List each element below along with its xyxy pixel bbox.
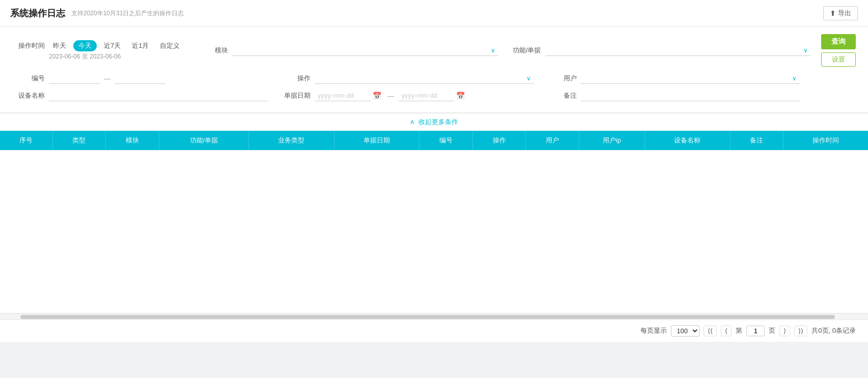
func-chevron-icon: ∨ (803, 47, 808, 54)
num-input-from[interactable] (49, 73, 100, 84)
num-dash: — (104, 75, 110, 82)
num-filter-group: 编号 — (12, 73, 268, 84)
col-num: 编号 (419, 131, 472, 150)
export-icon: ⬆ (830, 9, 836, 17)
time-range-display: 2023-06-06 至 2023-06-06 (49, 53, 121, 60)
device-filter-group: 设备名称 (12, 90, 268, 101)
col-user-ip: 用户ip (579, 131, 645, 150)
time-btn-today[interactable]: 今天 (73, 40, 97, 51)
time-label: 操作时间 (12, 41, 45, 50)
func-label: 功能/单据 (509, 46, 541, 55)
col-user: 用户 (526, 131, 579, 150)
col-op-time: 操作时间 (783, 131, 868, 150)
docdate-label: 单据日期 (278, 91, 311, 100)
remark-input[interactable] (581, 90, 800, 101)
col-device: 设备名称 (645, 131, 730, 150)
pagination-bar: 每页显示 100 50 200 ⟨⟨ ⟨ 第 页 ⟩ ⟩⟩ 共0页, 0条记录 (0, 319, 868, 342)
col-op: 操作 (472, 131, 525, 150)
col-func: 功能/单据 (159, 131, 248, 150)
op-label: 操作 (278, 74, 311, 83)
docdate-to-input[interactable] (398, 90, 454, 101)
module-select[interactable]: ∨ (232, 45, 498, 56)
col-type: 类型 (52, 131, 105, 150)
total-label: 共0页, 0条记录 (811, 326, 856, 335)
op-select[interactable]: ∨ (315, 73, 534, 84)
per-page-select[interactable]: 100 50 200 (671, 325, 699, 337)
scrollbar-area[interactable] (0, 313, 868, 319)
module-chevron-icon: ∨ (491, 47, 495, 54)
table-body (0, 150, 868, 313)
user-filter-group: 用户 ∨ (544, 73, 800, 84)
user-chevron-icon: ∨ (792, 75, 797, 82)
collapse-bar[interactable]: ∧ 收起更多条件 (0, 113, 868, 131)
user-select[interactable]: ∨ (581, 73, 800, 84)
query-button[interactable]: 查询 (821, 34, 856, 49)
calendar-icon-to[interactable]: 📅 (456, 92, 465, 100)
settings-button[interactable]: 设置 (821, 52, 856, 67)
table-header: 序号 类型 模块 功能/单据 业务类型 单据日期 编号 操作 用户 用户ip 设… (0, 131, 868, 150)
time-btn-yesterday[interactable]: 昨天 (49, 40, 70, 51)
filter-row-1: 操作时间 昨天 今天 近7天 近1月 自定义 2023-06-06 至 2023… (12, 34, 856, 67)
col-seq: 序号 (0, 131, 52, 150)
page-header: 系统操作日志 支持2020年10月31日之后产生的操作日志 ⬆ 导出 (0, 0, 868, 27)
filter-row-3: 设备名称 单据日期 📅 — 📅 备注 (12, 90, 856, 101)
first-page-button[interactable]: ⟨⟨ (704, 326, 717, 336)
remark-filter-group: 备注 (544, 90, 800, 101)
func-filter-group: 功能/单据 ∨ (509, 45, 811, 56)
per-page-label: 每页显示 (640, 326, 667, 335)
time-btn-custom[interactable]: 自定义 (156, 40, 184, 51)
docdate-filter-group: 单据日期 📅 — 📅 (278, 90, 534, 101)
docdate-dash: — (387, 92, 394, 100)
col-biz-type: 业务类型 (249, 131, 334, 150)
scrollbar-thumb (20, 315, 835, 319)
module-filter-group: 模块 ∨ (195, 45, 498, 56)
device-label: 设备名称 (12, 91, 45, 100)
data-table: 序号 类型 模块 功能/单据 业务类型 单据日期 编号 操作 用户 用户ip 设… (0, 131, 868, 313)
next-page-button[interactable]: ⟩ (779, 326, 790, 336)
user-label: 用户 (544, 74, 577, 83)
export-btn-wrap: ⬆ 导出 (823, 6, 858, 20)
col-remark: 备注 (730, 131, 783, 150)
op-filter-group: 操作 ∨ (278, 73, 534, 84)
col-doc-date: 单据日期 (334, 131, 419, 150)
table-wrap: 序号 类型 模块 功能/单据 业务类型 单据日期 编号 操作 用户 用户ip 设… (0, 131, 868, 313)
filter-area: 操作时间 昨天 今天 近7天 近1月 自定义 2023-06-06 至 2023… (0, 27, 868, 113)
num-input-to[interactable] (115, 73, 165, 84)
actions-col: 查询 设置 (821, 34, 856, 67)
func-select[interactable]: ∨ (545, 45, 811, 56)
page-title: 系统操作日志 (10, 7, 65, 19)
op-chevron-icon: ∨ (526, 75, 531, 82)
collapse-label: 收起更多条件 (418, 118, 458, 126)
page-input[interactable] (746, 326, 765, 336)
module-label: 模块 (195, 46, 228, 55)
filter-row-2: 编号 — 操作 ∨ 用户 ∨ (12, 73, 856, 84)
time-filter-group: 操作时间 昨天 今天 近7天 近1月 自定义 2023-06-06 至 2023… (12, 40, 185, 61)
page-unit: 页 (769, 326, 775, 335)
num-label: 编号 (12, 74, 45, 83)
page-label: 第 (736, 326, 742, 335)
collapse-arrow-icon: ∧ (410, 118, 415, 126)
page-subtitle: 支持2020年10月31日之后产生的操作日志 (71, 9, 184, 18)
time-buttons: 昨天 今天 近7天 近1月 自定义 (49, 40, 184, 51)
last-page-button[interactable]: ⟩⟩ (794, 326, 807, 336)
remark-label: 备注 (544, 91, 577, 100)
col-module: 模块 (106, 131, 159, 150)
calendar-icon-from[interactable]: 📅 (373, 92, 381, 100)
prev-page-button[interactable]: ⟨ (721, 326, 732, 336)
time-btn-7days[interactable]: 近7天 (100, 40, 125, 51)
device-input[interactable] (49, 90, 268, 101)
table-header-row: 序号 类型 模块 功能/单据 业务类型 单据日期 编号 操作 用户 用户ip 设… (0, 131, 868, 150)
export-label: 导出 (838, 9, 851, 18)
time-btn-1month[interactable]: 近1月 (128, 40, 153, 51)
export-button[interactable]: ⬆ 导出 (823, 6, 858, 20)
docdate-from-input[interactable] (315, 90, 371, 101)
